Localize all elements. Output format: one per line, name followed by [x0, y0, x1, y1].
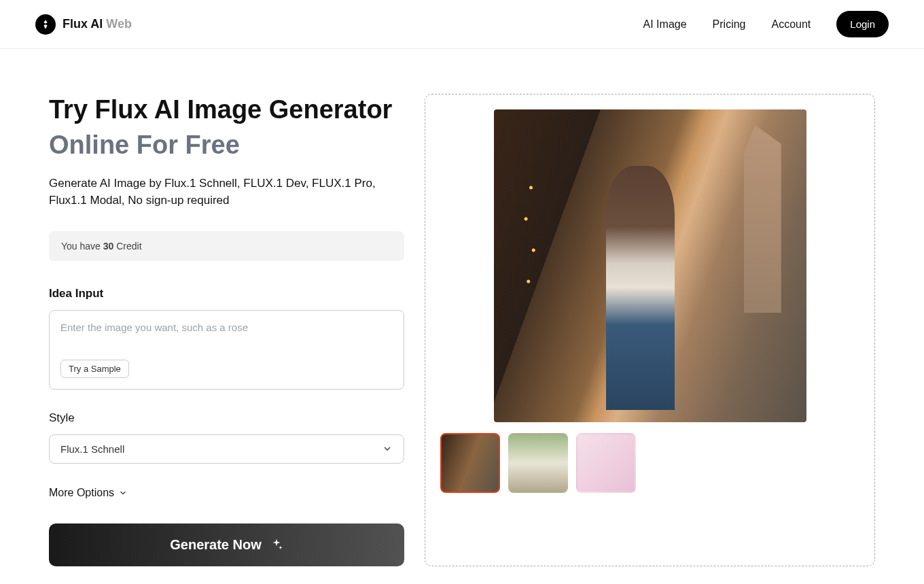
- try-sample-button[interactable]: Try a Sample: [60, 360, 129, 378]
- style-selected-value: Flux.1 Schnell: [60, 443, 124, 455]
- main-container: Try Flux AI Image Generator Online For F…: [0, 49, 924, 584]
- brand-name: Flux AI Web: [63, 17, 132, 31]
- nav-account[interactable]: Account: [771, 18, 811, 31]
- thumbnail-3[interactable]: [576, 433, 636, 493]
- idea-input-label: Idea Input: [49, 287, 404, 300]
- generate-button[interactable]: Generate Now: [49, 523, 404, 566]
- nav-ai-image[interactable]: AI Image: [643, 18, 687, 31]
- sparkle-icon: [270, 538, 283, 551]
- hero-title-line2: Online For Free: [49, 131, 404, 160]
- top-nav: AI Image Pricing Account Login: [643, 11, 889, 37]
- nav-pricing[interactable]: Pricing: [713, 18, 746, 31]
- main-header: Flux AI Web AI Image Pricing Account Log…: [0, 0, 924, 49]
- chevron-down-icon: [382, 443, 393, 454]
- login-button[interactable]: Login: [836, 11, 889, 37]
- main-preview-image: [494, 109, 806, 422]
- thumbnail-1[interactable]: [440, 433, 500, 493]
- style-label: Style: [49, 411, 404, 425]
- logo-icon: [35, 14, 56, 35]
- thumbnail-2[interactable]: [508, 433, 568, 493]
- thumbnail-row: [440, 433, 859, 493]
- idea-input[interactable]: [60, 322, 393, 351]
- chevron-down-icon: [118, 488, 128, 498]
- more-options-toggle[interactable]: More Options: [49, 487, 404, 499]
- style-select[interactable]: Flux.1 Schnell: [49, 434, 404, 464]
- hero-subtitle: Generate AI Image by Flux.1 Schnell, FLU…: [49, 175, 404, 209]
- brand-logo[interactable]: Flux AI Web: [35, 14, 132, 35]
- form-panel: Try Flux AI Image Generator Online For F…: [49, 94, 404, 566]
- preview-panel: [425, 94, 875, 566]
- idea-input-wrap: Try a Sample: [49, 310, 404, 390]
- hero-title-line1: Try Flux AI Image Generator: [49, 94, 404, 126]
- credit-info: You have 30 Credit: [49, 231, 404, 261]
